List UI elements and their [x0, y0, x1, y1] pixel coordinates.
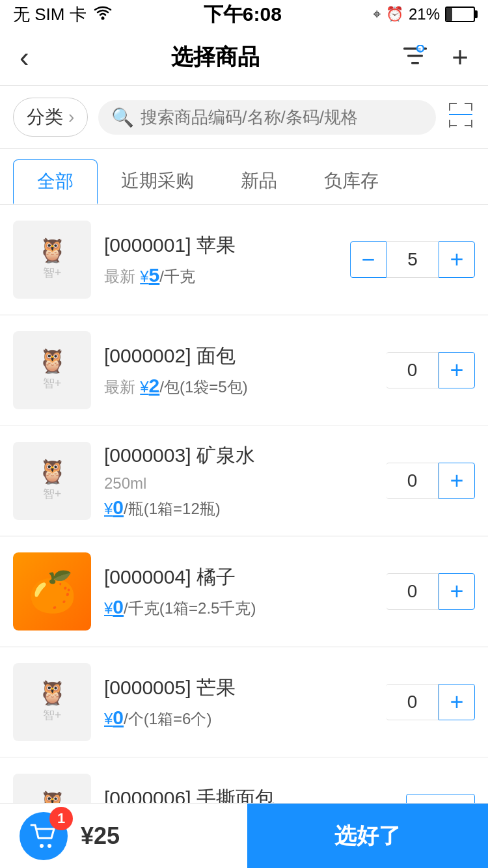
category-button[interactable]: 分类 ›: [13, 98, 88, 137]
product-name-5: [0000005] 芒果: [104, 675, 373, 701]
product-price-5: ¥0/个(1箱=6个): [104, 707, 373, 729]
qty-input-5[interactable]: [386, 684, 439, 720]
product-image-4: 🍊: [13, 552, 91, 631]
qty-plus-5[interactable]: +: [439, 684, 475, 720]
status-carrier: 无 SIM 卡: [13, 3, 113, 26]
qty-plus-2[interactable]: +: [439, 352, 475, 388]
product-price-3: ¥0/瓶(1箱=12瓶): [104, 496, 373, 519]
scan-icon[interactable]: [446, 100, 475, 135]
product-name-3: [0000003] 矿泉水: [104, 442, 373, 469]
nav-bar: ‹ 选择商品 ≡ +: [0, 29, 488, 86]
product-price-1: 最新 ¥5/千克: [104, 264, 337, 287]
svg-rect-11: [449, 120, 450, 128]
battery-icon: [445, 7, 475, 22]
status-bar: 无 SIM 卡 下午6:08 ⌖ ⏰ 21%: [0, 0, 488, 29]
product-name-2: [0000002] 面包: [104, 343, 373, 370]
filter-bar: 分类 › 🔍: [0, 86, 488, 149]
back-button[interactable]: ‹: [20, 41, 29, 74]
qty-minus-1[interactable]: −: [350, 241, 386, 278]
product-image-3: 🦉 智+: [13, 442, 91, 520]
tab-recent[interactable]: 近期采购: [98, 159, 217, 204]
location-icon: ⌖: [373, 6, 381, 23]
search-input[interactable]: [141, 107, 423, 128]
battery-text: 21%: [409, 5, 440, 23]
list-item: 🦉 智+ [0000002] 面包 最新 ¥2/包(1袋=5包) +: [0, 316, 488, 425]
product-price-2: 最新 ¥2/包(1袋=5包): [104, 375, 373, 398]
svg-rect-13: [471, 120, 472, 128]
product-info-5: [0000005] 芒果 ¥0/个(1箱=6个): [104, 675, 373, 729]
list-item: 🍊 [0000004] 橘子 ¥0/千克(1箱=2.5千克) +: [0, 537, 488, 646]
product-price-4: ¥0/千克(1箱=2.5千克): [104, 596, 373, 619]
product-image-2: 🦉 智+: [13, 331, 91, 409]
filter-icon[interactable]: ≡: [402, 45, 428, 70]
list-item: 🦉 智+ [0000001] 苹果 最新 ¥5/千克 − +: [0, 205, 488, 314]
alarm-icon: ⏰: [386, 6, 403, 23]
list-item: 🦉 智+ [0000005] 芒果 ¥0/个(1箱=6个) +: [0, 647, 488, 757]
tab-bar: 全部 近期采购 新品 负库存: [0, 149, 488, 205]
product-image-1: 🦉 智+: [13, 221, 91, 299]
product-name-1: [0000001] 苹果: [104, 232, 337, 259]
qty-control-3: +: [386, 463, 475, 499]
product-spec-3: 250ml: [104, 474, 373, 493]
search-box: 🔍: [98, 100, 436, 135]
confirm-button[interactable]: 选好了: [247, 804, 488, 869]
cart-total: ¥25: [81, 822, 120, 850]
svg-rect-9: [471, 103, 472, 111]
cart-section: 1 ¥25: [0, 812, 247, 860]
cart-badge: 1: [49, 807, 73, 830]
qty-control-4: +: [386, 573, 475, 610]
qty-control-1: − +: [350, 241, 475, 278]
svg-point-15: [40, 844, 44, 848]
tab-negative[interactable]: 负库存: [301, 159, 402, 204]
tab-new[interactable]: 新品: [217, 159, 301, 204]
product-info-1: [0000001] 苹果 最新 ¥5/千克: [104, 232, 337, 287]
page-title: 选择商品: [171, 42, 260, 72]
svg-point-16: [47, 844, 51, 848]
product-info-3: [0000003] 矿泉水 250ml ¥0/瓶(1箱=12瓶): [104, 442, 373, 519]
product-list: 🦉 智+ [0000001] 苹果 最新 ¥5/千克 − + 🦉: [0, 205, 488, 868]
svg-rect-14: [449, 114, 472, 115]
carrier-text: 无 SIM 卡: [13, 3, 87, 26]
svg-rect-3: [411, 62, 419, 64]
svg-text:≡: ≡: [418, 46, 422, 52]
wifi-icon: [93, 5, 113, 25]
svg-point-0: [101, 16, 104, 20]
qty-input-2[interactable]: [386, 352, 439, 388]
qty-plus-3[interactable]: +: [439, 463, 475, 499]
svg-rect-2: [407, 55, 423, 57]
bottom-bar: 1 ¥25 选好了: [0, 803, 488, 868]
product-info-4: [0000004] 橘子 ¥0/千克(1箱=2.5千克): [104, 564, 373, 619]
status-indicators: ⌖ ⏰ 21%: [373, 5, 475, 23]
qty-plus-1[interactable]: +: [439, 241, 475, 278]
qty-plus-4[interactable]: +: [439, 573, 475, 610]
qty-input-4[interactable]: [386, 573, 439, 610]
qty-control-5: +: [386, 684, 475, 720]
category-label: 分类: [27, 105, 63, 129]
svg-rect-7: [449, 103, 450, 111]
qty-control-2: +: [386, 352, 475, 388]
add-icon[interactable]: +: [452, 41, 468, 74]
product-image-5: 🦉 智+: [13, 663, 91, 741]
status-time: 下午6:08: [204, 1, 282, 28]
nav-actions: ≡ +: [402, 41, 468, 74]
qty-input-1[interactable]: [386, 241, 439, 278]
product-info-2: [0000002] 面包 最新 ¥2/包(1袋=5包): [104, 343, 373, 398]
list-item: 🦉 智+ [0000003] 矿泉水 250ml ¥0/瓶(1箱=12瓶) +: [0, 426, 488, 536]
category-arrow: ›: [68, 107, 74, 128]
product-name-4: [0000004] 橘子: [104, 564, 373, 591]
tab-all[interactable]: 全部: [13, 159, 98, 204]
search-icon: 🔍: [111, 107, 134, 128]
cart-icon[interactable]: 1: [20, 812, 68, 860]
qty-input-3[interactable]: [386, 463, 439, 499]
